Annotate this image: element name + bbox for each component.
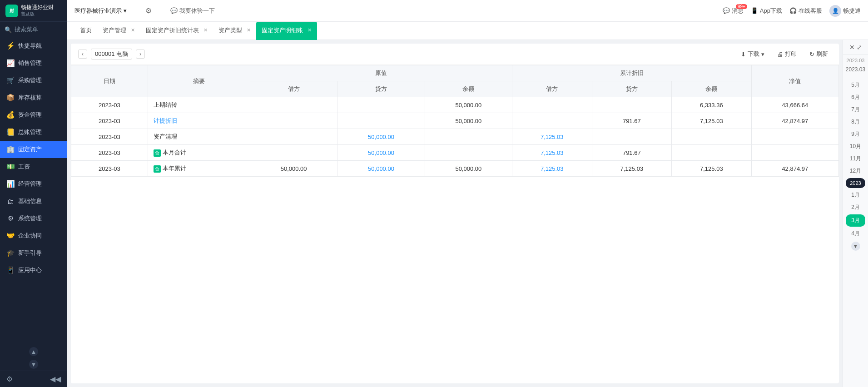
user-btn[interactable]: 👤 畅捷通 xyxy=(829,5,861,17)
col-orig-balance: 余额 xyxy=(425,81,512,97)
basic-icon: 🗂 xyxy=(6,197,15,205)
tab-depreciation-stat[interactable]: 固定资产折旧统计表 ✕ xyxy=(140,22,213,40)
col-accumulated-dep: 累计折旧 xyxy=(512,65,752,81)
tab-asset-detail[interactable]: 固定资产明细账 ✕ xyxy=(256,22,317,40)
tab-label: 固定资产明细账 xyxy=(262,26,303,35)
company-settings-icon[interactable]: ⚙ xyxy=(145,6,152,15)
timeline-month-1[interactable]: 1月 xyxy=(843,189,868,201)
sidebar-item-quick-nav[interactable]: ⚡ 快捷导航 xyxy=(0,37,67,55)
timeline-month-10[interactable]: 10月 xyxy=(843,140,868,153)
main-area: 医疗器械行业演示 ▾ ⚙ 💬 我要体验一下 💬 消息 99+ 📱 App下载 🎧… xyxy=(67,0,868,387)
next-asset-btn[interactable]: › xyxy=(136,50,145,59)
sidebar-item-guide[interactable]: 🎓 新手引导 xyxy=(0,244,67,262)
sidebar-item-app-center[interactable]: 📱 应用中心 xyxy=(0,262,67,279)
sidebar-item-operation[interactable]: 📊 经营管理 xyxy=(0,175,67,193)
orig-debit-cell xyxy=(250,113,337,129)
orig-debit-cell xyxy=(250,129,337,145)
topbar-divider xyxy=(136,6,136,15)
timeline-month-2[interactable]: 2月 xyxy=(843,201,868,213)
sidebar-item-label: 工资 xyxy=(18,163,30,171)
acc-credit-cell: 791.67 xyxy=(592,113,672,129)
sidebar-item-sales[interactable]: 📈 销售管理 xyxy=(0,55,67,72)
ledger-icon: 📒 xyxy=(6,128,15,136)
expand-panel-icon[interactable]: ⤢ xyxy=(857,44,862,51)
refresh-btn[interactable]: ↻ 刷新 xyxy=(806,48,832,60)
tab-home[interactable]: 首页 xyxy=(74,22,97,40)
timeline-month-7[interactable]: 7月 xyxy=(843,104,868,116)
print-btn[interactable]: 🖨 打印 xyxy=(774,48,800,60)
col-acc-debit: 借方 xyxy=(512,81,592,97)
asset-navbar: ‹ 000001 电脑 › ⬇ 下载 ▾ 🖨 打印 xyxy=(71,44,839,65)
sidebar-item-payroll[interactable]: 💵 工资 xyxy=(0,158,67,175)
sidebar-scroll-down[interactable]: ▼ xyxy=(29,360,38,369)
sidebar-item-collab[interactable]: 🤝 企业协同 xyxy=(0,227,67,244)
sidebar-item-inventory[interactable]: 📦 库存核算 xyxy=(0,89,67,106)
service-btn[interactable]: 🎧 在线客服 xyxy=(789,7,822,15)
sidebar-item-basic[interactable]: 🗂 基础信息 xyxy=(0,193,67,210)
timeline-header: ✕ ⤢ xyxy=(843,40,868,55)
download-btn[interactable]: ⬇ 下载 ▾ xyxy=(737,48,768,60)
table-row: 2023-03 上期结转 50,000.00 6,333.36 43,666.6… xyxy=(71,97,839,113)
avatar-icon: 👤 xyxy=(832,8,839,14)
tab-asset-type[interactable]: 资产类型 ✕ xyxy=(213,22,256,40)
collapse-icon[interactable]: ◀◀ xyxy=(50,375,61,383)
tab-close-active-icon[interactable]: ✕ xyxy=(308,27,312,33)
sidebar-item-fixed-asset[interactable]: 🏢 固定资产 xyxy=(0,141,67,158)
close-panel-icon[interactable]: ✕ xyxy=(849,44,855,51)
company-selector[interactable]: 医疗器械行业演示 ▾ xyxy=(74,7,127,15)
content-main: ‹ 000001 电脑 › ⬇ 下载 ▾ 🖨 打印 xyxy=(71,44,839,383)
user-label: 畅捷通 xyxy=(843,7,861,15)
sidebar-search-label: 搜索菜单 xyxy=(15,25,38,34)
sidebar-item-system[interactable]: ⚙ 系统管理 xyxy=(0,210,67,227)
tab-home-label: 首页 xyxy=(80,26,92,35)
tab-asset-mgmt[interactable]: 资产管理 ✕ xyxy=(97,22,140,40)
download-dropdown-icon: ▾ xyxy=(761,51,764,58)
table-row: 2023-03 资产清理 50,000.00 7,125.03 xyxy=(71,129,839,145)
sidebar-item-finance[interactable]: 💰 资金管理 xyxy=(0,106,67,124)
topbar-right: 💬 消息 99+ 📱 App下载 🎧 在线客服 👤 畅捷通 xyxy=(723,5,861,17)
refresh-label: 刷新 xyxy=(816,50,828,58)
net-value-cell xyxy=(751,129,838,145)
prev-asset-btn[interactable]: ‹ xyxy=(78,50,87,59)
col-acc-credit: 贷方 xyxy=(592,81,672,97)
orig-balance-cell xyxy=(425,145,512,161)
experience-btn[interactable]: 💬 我要体验一下 xyxy=(170,7,215,15)
col-orig-debit: 借方 xyxy=(250,81,337,97)
timeline-month-4[interactable]: 4月 xyxy=(843,228,868,240)
tab-close-icon[interactable]: ✕ xyxy=(247,27,251,33)
timeline-scroll-down[interactable]: ▼ xyxy=(851,242,860,251)
timeline-month-5[interactable]: 5月 xyxy=(843,79,868,91)
net-value-cell: 43,666.64 xyxy=(751,97,838,113)
settings-icon[interactable]: ⚙ xyxy=(6,375,13,383)
acc-debit-cell xyxy=(512,113,592,129)
tab-close-icon[interactable]: ✕ xyxy=(203,27,208,33)
sidebar-scroll-up[interactable]: ▲ xyxy=(29,347,38,356)
sales-icon: 📈 xyxy=(6,59,15,67)
timeline-month-6[interactable]: 6月 xyxy=(843,91,868,104)
sidebar-item-label: 应用中心 xyxy=(18,266,42,274)
sidebar-item-ledger[interactable]: 📒 总账管理 xyxy=(0,124,67,141)
sidebar-item-label: 固定资产 xyxy=(18,145,42,154)
table-row: 2023-03 合本年累计 50,000.00 50,000.00 50,000… xyxy=(71,161,839,177)
orig-debit-cell: 50,000.00 xyxy=(250,161,337,177)
message-btn[interactable]: 💬 消息 99+ xyxy=(723,7,744,15)
timeline-month-3-active[interactable]: 3月 xyxy=(846,214,865,227)
timeline-month-8[interactable]: 8月 xyxy=(843,116,868,128)
sidebar: 财 畅捷通好业财 普及版 🔍 搜索菜单 ⚡ 快捷导航 📈 销售管理 🛒 采购管理… xyxy=(0,0,67,387)
sidebar-search[interactable]: 🔍 搜索菜单 xyxy=(0,22,67,37)
app-download-btn[interactable]: 📱 App下载 xyxy=(751,7,782,15)
orig-credit-cell xyxy=(337,97,425,113)
timeline-month-12[interactable]: 12月 xyxy=(843,165,868,177)
timeline-month-9[interactable]: 9月 xyxy=(843,128,868,140)
tab-close-icon[interactable]: ✕ xyxy=(131,27,135,33)
fixed-asset-icon: 🏢 xyxy=(6,145,15,154)
sidebar-item-purchase[interactable]: 🛒 采购管理 xyxy=(0,72,67,89)
company-dropdown-icon: ▾ xyxy=(124,7,127,14)
timeline-month-11[interactable]: 11月 xyxy=(843,153,868,165)
tab-label: 资产类型 xyxy=(218,26,242,35)
acc-balance-cell: 6,333.36 xyxy=(672,97,752,113)
net-value-cell: 42,874.97 xyxy=(751,113,838,129)
sidebar-bottom: ⚙ ◀◀ xyxy=(0,371,67,387)
sidebar-item-label: 总账管理 xyxy=(18,128,42,136)
timeline-month-top[interactable]: 2023.03 xyxy=(843,64,868,75)
